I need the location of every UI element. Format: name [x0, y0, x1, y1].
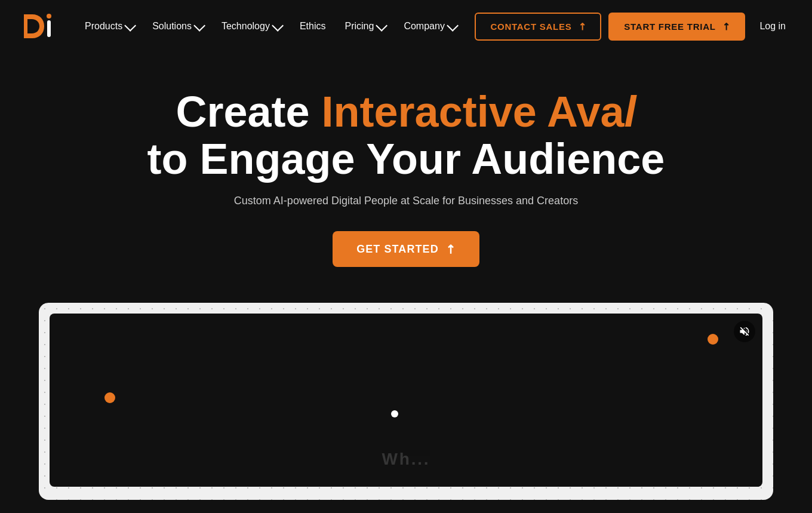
- nav-item-ethics[interactable]: Ethics: [291, 16, 334, 36]
- video-overlay-text: Wh...: [382, 450, 430, 469]
- hero-title: Create Interactive Aval to Engage Your A…: [147, 88, 665, 183]
- volume-off-icon: [739, 325, 751, 337]
- start-trial-button[interactable]: START FREE TRIAL ↗: [608, 13, 745, 41]
- navbar: Products Solutions Technology Ethics Pri…: [0, 0, 812, 53]
- svg-point-0: [47, 14, 51, 19]
- chevron-down-icon: [272, 20, 284, 32]
- chevron-down-icon: [376, 20, 388, 32]
- nav-item-technology[interactable]: Technology: [213, 16, 289, 36]
- nav-links: Products Solutions Technology Ethics Pri…: [76, 16, 475, 36]
- nav-item-company[interactable]: Company: [395, 16, 463, 36]
- nav-item-solutions[interactable]: Solutions: [144, 16, 211, 36]
- chevron-down-icon: [124, 20, 136, 32]
- nav-actions: CONTACT SALES ↗ START FREE TRIAL ↗ Log i…: [475, 13, 793, 41]
- video-section: Wh...: [39, 303, 773, 500]
- chevron-down-icon: [447, 20, 459, 32]
- video-frame: Wh...: [39, 303, 773, 500]
- nav-item-pricing[interactable]: Pricing: [337, 16, 393, 36]
- contact-sales-button[interactable]: CONTACT SALES ↗: [475, 13, 601, 41]
- arrow-icon: ↗: [575, 19, 589, 33]
- video-player[interactable]: Wh...: [50, 314, 762, 487]
- nav-item-products[interactable]: Products: [76, 16, 142, 36]
- arrow-icon: ↗: [441, 240, 459, 258]
- get-started-button[interactable]: GET STARTED ↗: [333, 231, 479, 267]
- brand-logo[interactable]: [19, 8, 55, 44]
- arrow-icon: ↗: [719, 19, 733, 33]
- chevron-down-icon: [193, 20, 205, 32]
- hero-subtitle: Custom AI-powered Digital People at Scal…: [234, 195, 578, 207]
- hero-section: Create Interactive Aval to Engage Your A…: [0, 53, 812, 291]
- svg-rect-1: [47, 20, 51, 37]
- login-button[interactable]: Log in: [752, 16, 793, 36]
